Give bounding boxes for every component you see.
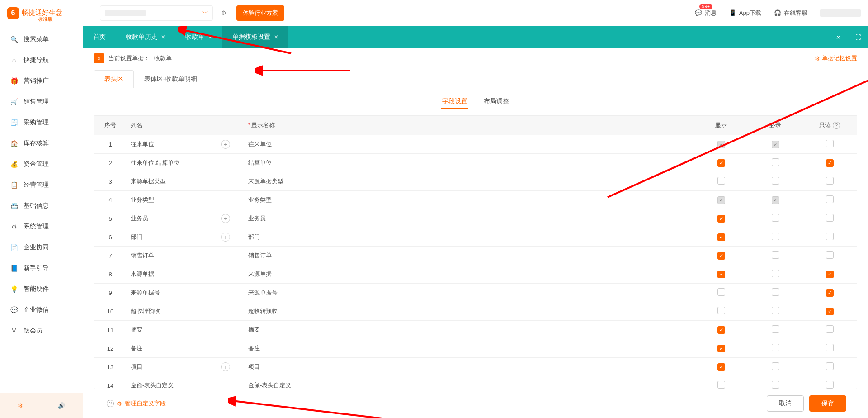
checkbox[interactable] [772, 362, 779, 370]
checkbox[interactable] [826, 195, 834, 203]
tab-收款单历史[interactable]: 收款单历史✕ [116, 26, 175, 48]
help-icon[interactable]: ? [833, 122, 840, 129]
checkbox[interactable] [772, 233, 779, 240]
cell-display[interactable]: 备注 [244, 339, 694, 358]
checkbox[interactable] [717, 271, 725, 278]
cell-display[interactable]: 项目 [244, 358, 694, 376]
inner-tab-1[interactable]: 布局调整 [483, 95, 510, 109]
nav-item-2[interactable]: 🎁营销推广 [0, 71, 83, 91]
messages-link[interactable]: 💬 消息 99+ [695, 9, 717, 17]
save-button[interactable]: 保存 [809, 395, 846, 412]
checkbox[interactable] [826, 140, 834, 147]
checkbox[interactable] [826, 233, 834, 240]
checkbox[interactable] [826, 381, 834, 389]
checkbox[interactable] [772, 307, 779, 314]
cell-display[interactable]: 摘要 [244, 321, 694, 339]
manage-custom-fields-link[interactable]: ? ⚙ 管理自定义字段 [105, 399, 166, 408]
section-tab-1[interactable]: 表体区-收款单明细 [134, 70, 208, 88]
checkbox[interactable] [717, 381, 725, 389]
nav-item-8[interactable]: 📇基础信息 [0, 195, 83, 216]
checkbox[interactable] [772, 251, 779, 259]
checkbox[interactable] [717, 307, 725, 314]
checkbox[interactable] [826, 177, 834, 185]
customer-service-link[interactable]: 🎧 在线客服 [774, 9, 807, 17]
close-icon[interactable]: ✕ [274, 34, 278, 40]
checkbox[interactable] [826, 159, 834, 167]
nav-item-5[interactable]: 🏠库存核算 [0, 133, 83, 154]
checkbox[interactable] [826, 251, 834, 259]
cancel-button[interactable]: 取消 [767, 395, 804, 412]
checkbox[interactable] [826, 362, 834, 370]
footer-gear-icon[interactable]: ⚙ [18, 402, 23, 409]
nav-item-12[interactable]: 💡智能硬件 [0, 279, 83, 299]
nav-item-0[interactable]: 🔍搜索菜单 [0, 29, 83, 50]
section-tab-0[interactable]: 表头区 [94, 70, 134, 88]
app-download-link[interactable]: 📱 App下载 [729, 9, 761, 17]
checkbox[interactable] [772, 158, 779, 166]
checkbox[interactable] [717, 288, 725, 296]
org-select[interactable]: ﹀ [100, 5, 213, 21]
add-column-button[interactable]: + [221, 362, 230, 371]
tab-单据模板设置[interactable]: 单据模板设置✕ [222, 26, 288, 48]
checkbox[interactable] [717, 177, 725, 185]
checkbox[interactable] [826, 344, 834, 352]
tab-首页[interactable]: 首页 [83, 26, 116, 48]
checkbox[interactable] [717, 345, 725, 352]
checkbox[interactable] [772, 288, 779, 296]
nav-item-9[interactable]: ⚙系统管理 [0, 216, 83, 237]
cell-display[interactable]: 销售订单 [244, 247, 694, 265]
nav-item-4[interactable]: 🧾采购管理 [0, 112, 83, 133]
nav-item-3[interactable]: 🛒销售管理 [0, 91, 83, 112]
doc-memory-settings-link[interactable]: ⚙ 单据记忆设置 [815, 54, 857, 62]
checkbox[interactable] [826, 271, 834, 278]
checkbox[interactable] [717, 326, 725, 334]
cell-display[interactable]: 部门 [244, 228, 694, 247]
inner-tab-0[interactable]: 字段设置 [441, 95, 468, 109]
checkbox[interactable] [717, 159, 725, 167]
checkbox[interactable] [717, 252, 725, 260]
nav-item-11[interactable]: 📘新手引导 [0, 258, 83, 279]
nav-item-7[interactable]: 📋经营管理 [0, 175, 83, 195]
nav-item-10[interactable]: 📄企业协同 [0, 237, 83, 258]
nav-item-13[interactable]: 💬企业微信 [0, 299, 83, 320]
checkbox[interactable] [772, 344, 779, 352]
cell-display[interactable]: 来源单据号 [244, 284, 694, 302]
tab-收款单[interactable]: 收款单✕ [175, 26, 222, 48]
checkbox[interactable] [826, 325, 834, 333]
checkbox[interactable] [772, 214, 779, 222]
close-icon[interactable]: ✕ [161, 34, 165, 40]
nav-item-14[interactable]: V畅会员 [0, 320, 83, 341]
footer-sound-icon[interactable]: 🔊 [58, 402, 65, 409]
user-menu[interactable] [820, 10, 861, 17]
cell-display[interactable]: 业务员 [244, 209, 694, 228]
cell-display[interactable]: 来源单据类型 [244, 172, 694, 191]
checkbox[interactable] [717, 233, 725, 241]
checkbox[interactable] [826, 289, 834, 297]
add-column-button[interactable]: + [221, 233, 230, 242]
cell-name: 项目+ [126, 358, 244, 376]
checkbox[interactable] [826, 214, 834, 222]
nav-item-6[interactable]: 💰资金管理 [0, 154, 83, 175]
checkbox[interactable] [826, 308, 834, 315]
settings-gear-button[interactable]: ⚙ [217, 6, 231, 20]
cell-display[interactable]: 往来单位 [244, 135, 694, 154]
close-icon[interactable]: ✕ [208, 34, 212, 40]
add-column-button[interactable]: + [221, 214, 230, 223]
cell-display[interactable]: 金额-表头自定义 [244, 376, 694, 389]
collapse-sidebar-button[interactable]: » [94, 53, 104, 63]
checkbox[interactable] [772, 177, 779, 185]
checkbox[interactable] [772, 270, 779, 277]
checkbox[interactable] [717, 363, 725, 371]
checkbox[interactable] [772, 381, 779, 389]
cell-display[interactable]: 结算单位 [244, 154, 694, 172]
cell-display[interactable]: 来源单据 [244, 265, 694, 284]
try-industry-button[interactable]: 体验行业方案 [236, 5, 284, 21]
checkbox[interactable] [717, 215, 725, 223]
add-column-button[interactable]: + [221, 140, 230, 149]
cell-display[interactable]: 业务类型 [244, 191, 694, 209]
checkbox[interactable] [772, 325, 779, 333]
close-tab-icon[interactable]: ✕ [828, 26, 848, 48]
nav-item-1[interactable]: ⌂快捷导航 [0, 50, 83, 71]
cell-display[interactable]: 超收转预收 [244, 302, 694, 321]
fullscreen-icon[interactable]: ⛶ [848, 26, 868, 48]
